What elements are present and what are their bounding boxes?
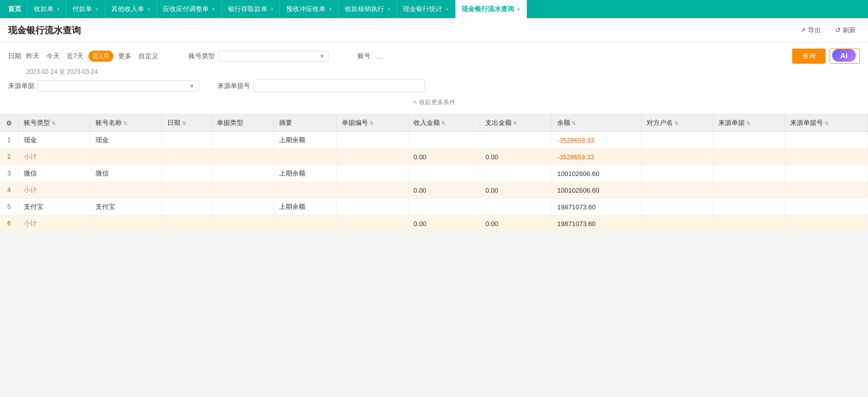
nav-tab-adjustment[interactable]: 应收应付调整单 × [157,0,221,18]
cell-expense: 0.00 [480,149,552,165]
sort-icon: ⇅ [513,120,517,126]
refresh-label: 刷新 [843,26,856,35]
shortcut-7days[interactable]: 近7天 [65,51,85,62]
nav-tab-verify[interactable]: 收款核销执行 × [339,0,397,18]
cell-doc-no [336,182,408,199]
cell-acct-name: 微信 [90,165,162,182]
col-src-doc-no[interactable]: 来源单据号⇅ [785,114,867,132]
shortcut-today[interactable]: 今天 [44,51,62,62]
data-table: ⚙ 账号类型⇅ 账号名称⇅ 日期⇅ 单据类型 摘要 单据编号⇅ [0,114,868,232]
cell-acct-type: 支付宝 [18,199,90,215]
refresh-button[interactable]: ↺ 刷新 [831,24,860,37]
refresh-icon: ↺ [835,26,841,34]
shortcut-custom[interactable]: 自定义 [136,51,160,62]
cell-balance: -3528659.33 [552,149,641,165]
page-header: 现金银行流水查询 ↗ 导出 ↺ 刷新 [0,18,868,42]
shortcut-1month[interactable]: 近1月 [88,51,113,62]
cell-acct-type: 小计 [18,182,90,199]
table-row[interactable]: 5 支付宝 支付宝 上期余额 19871073.60 [0,199,868,215]
col-settings[interactable]: ⚙ [0,114,18,132]
table-row[interactable]: 4 小计 0.00 0.00 100102606.60 [0,182,868,199]
close-icon[interactable]: × [387,6,390,12]
data-table-container: ⚙ 账号类型⇅ 账号名称⇅ 日期⇅ 单据类型 摘要 单据编号⇅ [0,114,868,232]
cell-balance: 19871073.60 [552,215,641,232]
cell-doc-type [211,182,274,199]
close-icon[interactable]: × [445,6,448,12]
cell-expense: 0.00 [480,215,552,232]
nav-tab-receipt[interactable]: 收款单 × [28,0,66,18]
date-label: 日期 [8,52,21,61]
nav-tab-statistics-label: 现金银行统计 [403,5,442,14]
close-icon[interactable]: × [95,6,98,12]
nav-tab-bank-deposit[interactable]: 银行存取款单 × [222,0,280,18]
nav-tab-flow-query[interactable]: 现金银行流水查询 × [455,0,527,18]
table-body: 1 现金 现金 上期余额 -3528659.33 2 小计 0.00 0.00 … [0,132,868,232]
cell-src-doc-no [785,215,867,232]
cell-src-doc-no [785,132,867,149]
col-src-doc[interactable]: 来源单据⇅ [713,114,785,132]
date-range-display: 2023-02-24 至 2023-03-24 [24,68,860,76]
nav-tab-prepayment[interactable]: 预收冲应收单 × [280,0,338,18]
export-button[interactable]: ↗ 导出 [796,24,825,37]
shortcut-more[interactable]: 更多 [116,51,133,62]
cell-counterpart [641,199,713,215]
cell-balance: 19871073.60 [552,199,641,215]
cell-doc-type [211,132,274,149]
account-label: 账号 [357,52,371,61]
col-counterpart[interactable]: 对方户名⇅ [641,114,713,132]
table-row[interactable]: 1 现金 现金 上期余额 -3528659.33 [0,132,868,149]
cell-doc-no [336,149,408,165]
nav-tab-payment[interactable]: 付款单 × [66,0,105,18]
cell-doc-type [211,199,274,215]
cell-acct-name: 支付宝 [90,199,162,215]
cell-income: 0.00 [408,182,480,199]
cell-src-doc-no [785,182,867,199]
sort-icon: ⇅ [52,120,56,126]
close-icon[interactable]: × [57,6,60,12]
nav-tab-bank-deposit-label: 银行存取款单 [228,5,267,14]
col-summary[interactable]: 摘要 [274,114,337,132]
close-icon[interactable]: × [329,6,332,12]
table-row[interactable]: 6 小计 0.00 0.00 19871073.60 [0,215,868,232]
source-doc-no-input[interactable] [253,79,425,92]
cell-idx: 6 [0,215,18,232]
cell-acct-name [90,215,162,232]
account-dots-button[interactable]: ... [374,52,384,61]
shortcut-yesterday[interactable]: 昨天 [24,51,41,62]
gear-icon[interactable]: ⚙ [6,119,12,127]
cell-counterpart [641,132,713,149]
col-doc-no[interactable]: 单据编号⇅ [336,114,408,132]
col-date[interactable]: 日期⇅ [162,114,211,132]
source-doc-label: 来源单据 [8,81,34,91]
col-income[interactable]: 收入金额⇅ [408,114,480,132]
cell-acct-name [90,182,162,199]
col-doc-type[interactable]: 单据类型 [211,114,274,132]
source-doc-select[interactable]: ▼ [37,80,199,92]
close-icon[interactable]: × [147,6,150,12]
table-row[interactable]: 3 微信 微信 上期余额 100102606.60 [0,165,868,182]
cell-counterpart [641,215,713,232]
close-icon[interactable]: × [212,6,215,12]
col-acct-name[interactable]: 账号名称⇅ [90,114,162,132]
chevron-down-icon-2: ▼ [189,83,195,89]
nav-tab-other-income[interactable]: 其他收入单 × [105,0,157,18]
nav-tab-home[interactable]: 首页 [2,0,28,18]
cell-summary [274,149,337,165]
collapse-bar[interactable]: ∧ 收起更多条件 [8,96,860,110]
col-balance[interactable]: 余额⇅ [552,114,641,132]
close-icon[interactable]: × [270,6,273,12]
col-expense[interactable]: 支出金额⇅ [480,114,552,132]
cell-income [408,165,480,182]
table-row[interactable]: 2 小计 0.00 0.00 -3528659.33 [0,149,868,165]
cell-date [162,199,211,215]
nav-tab-statistics[interactable]: 现金银行统计 × [397,0,455,18]
close-icon[interactable]: × [517,6,520,12]
account-type-label: 账号类型 [189,52,215,61]
top-nav: 首页 收款单 × 付款单 × 其他收入单 × 应收应付调整单 × 银行存取款单 … [0,0,868,18]
ai-badge[interactable]: Ai [832,49,856,62]
query-button[interactable]: 查询 [792,49,826,64]
col-acct-type[interactable]: 账号类型⇅ [18,114,90,132]
cell-income [408,132,480,149]
cell-idx: 1 [0,132,18,149]
account-type-select[interactable]: ▼ [218,51,329,62]
